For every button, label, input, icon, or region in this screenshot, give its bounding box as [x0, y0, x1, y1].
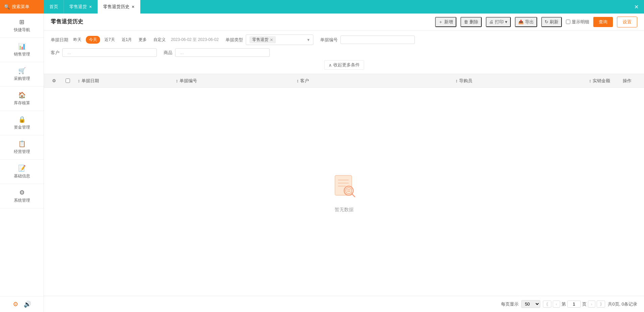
th-action: 操作	[614, 78, 641, 84]
settings-icon: ⚙	[52, 78, 56, 83]
svg-line-6	[352, 194, 355, 197]
finance-icon: 🔒	[18, 116, 26, 123]
sidebar-item-basicinfo-label: 基础信息	[14, 173, 30, 179]
goods-label: 商品	[164, 50, 172, 56]
page-nav: ⟪ ‹ 第 页 › ⟫	[543, 300, 605, 308]
customer-label: 客户	[51, 50, 59, 56]
sidebar-item-operations[interactable]: 📋 经营管理	[0, 135, 44, 160]
th-number-sort: ↕	[176, 78, 178, 83]
tab-retail-return-history[interactable]: 零售退货历史 ✕	[98, 0, 140, 14]
date-1month[interactable]: 近1月	[119, 36, 135, 44]
close-icon: ✕	[634, 4, 639, 10]
customer-dots: ...	[66, 50, 72, 55]
th-number-text: 单据编号	[180, 78, 197, 84]
th-settings[interactable]: ⚙	[47, 78, 61, 83]
page-input[interactable]	[567, 300, 581, 308]
date-yesterday[interactable]: 昨天	[71, 36, 84, 44]
settings-bottom-icon[interactable]: ⚙	[13, 300, 18, 308]
per-page-select[interactable]: 50 100 200	[521, 300, 540, 308]
sidebar-item-finance-label: 资金管理	[14, 125, 30, 130]
th-amount[interactable]: ↕ 实销金额	[573, 78, 614, 84]
page-title: 零售退货历史	[51, 18, 83, 25]
date-filter: 单据日期 昨天 今天 近7天 近1月 更多 自定义 2023-06-02 至 2…	[51, 36, 219, 44]
add-button[interactable]: ＋ 新增	[435, 17, 456, 27]
prev-page-button[interactable]: ‹	[553, 300, 560, 308]
add-label: 新增	[444, 19, 453, 25]
sidebar-item-purchase-label: 采购管理	[14, 76, 30, 82]
delete-button[interactable]: 🗑 删除	[460, 17, 482, 27]
display-toggle: 显示明细	[566, 19, 589, 25]
sidebar-item-basicinfo[interactable]: 📝 基础信息	[0, 160, 44, 184]
refresh-icon: ↻	[545, 19, 548, 24]
sidebar-item-sales-label: 销售管理	[14, 51, 30, 57]
sidebar-item-quicknav-label: 快捷导航	[14, 27, 30, 33]
print-button[interactable]: 🖨 打印 ▾	[486, 17, 511, 27]
bill-type-label: 单据类型	[225, 37, 243, 43]
date-today[interactable]: 今天	[86, 36, 100, 44]
sidebar-item-purchase[interactable]: 🛒 采购管理	[0, 62, 44, 87]
select-all-checkbox[interactable]	[66, 79, 70, 83]
query-button[interactable]: 查询	[593, 17, 613, 27]
search-menu[interactable]: 🔍 搜索菜单	[0, 0, 44, 14]
goods-select[interactable]: ...	[175, 48, 270, 57]
last-page-button[interactable]: ⟫	[597, 300, 605, 308]
collapse-button[interactable]: ∧ 收起更多条件	[324, 60, 364, 70]
total-records: 共0页, 0条记录	[608, 301, 637, 307]
tab-retail-return-label: 零售退货	[69, 4, 87, 10]
display-checkbox[interactable]	[566, 20, 570, 24]
date-filter-label: 单据日期	[51, 37, 68, 43]
bill-type-tag-remove[interactable]: ✕	[270, 38, 273, 42]
refresh-button[interactable]: ↻ 刷新	[541, 17, 562, 27]
th-customer[interactable]: ↕ 客户	[293, 78, 452, 84]
th-guide-sort: ↕	[456, 78, 458, 83]
search-icon: 🔍	[4, 4, 10, 9]
content-area: 零售退货历史 ＋ 新增 🗑 删除 🖨 打印 ▾ 📤 导出	[44, 14, 644, 312]
page-unit: 页	[582, 301, 587, 307]
export-icon: 📤	[518, 19, 524, 24]
th-guide-text: 导购员	[459, 78, 472, 84]
delete-label: 删除	[470, 19, 478, 25]
sidebar-item-quicknav[interactable]: ⊞ 快捷导航	[0, 14, 44, 38]
date-custom[interactable]: 自定义	[151, 36, 168, 44]
basicinfo-icon: 📝	[18, 164, 26, 172]
search-label: 搜索菜单	[12, 4, 29, 10]
th-date-label: ↕	[78, 78, 80, 83]
goods-filter: 商品 ...	[164, 48, 270, 57]
tab-home[interactable]: 首页	[44, 0, 64, 14]
window-close-button[interactable]: ✕	[629, 4, 644, 10]
th-date[interactable]: ↕ 单据日期	[74, 78, 172, 84]
filter-row-2: 客户 ... 商品 ...	[51, 48, 637, 57]
bill-type-tag: 零售退货 ✕	[249, 36, 276, 43]
bill-no-input[interactable]	[340, 36, 415, 44]
date-7days[interactable]: 近7天	[102, 36, 117, 44]
bill-type-select[interactable]: 零售退货 ✕ ▾	[246, 35, 313, 45]
export-button[interactable]: 📤 导出	[515, 17, 537, 27]
tab-retail-return[interactable]: 零售退货 ✕	[64, 0, 98, 14]
volume-icon[interactable]: 🔊	[24, 300, 31, 308]
customer-select[interactable]: ...	[62, 48, 157, 57]
th-checkbox[interactable]	[61, 79, 74, 83]
first-page-button[interactable]: ⟪	[543, 300, 551, 308]
th-guide[interactable]: ↕ 导购员	[452, 78, 573, 84]
tab-retail-return-close[interactable]: ✕	[89, 5, 92, 9]
sidebar-item-inventory[interactable]: 🏠 库存核算	[0, 87, 44, 111]
th-amount-sort: ↕	[589, 78, 592, 83]
sidebar-item-system[interactable]: ⚙ 系统管理	[0, 184, 44, 208]
table-header: ⚙ ↕ 单据日期 ↕ 单据编号 ↕ 客户 ↕	[44, 74, 644, 88]
customer-filter: 客户 ...	[51, 48, 157, 57]
page-header: 零售退货历史 ＋ 新增 🗑 删除 🖨 打印 ▾ 📤 导出	[44, 14, 644, 30]
th-number[interactable]: ↕ 单据编号	[172, 78, 293, 84]
next-page-button[interactable]: ›	[588, 300, 595, 308]
top-bar: 🔍 搜索菜单 首页 零售退货 ✕ 零售退货历史 ✕ ✕	[0, 0, 644, 14]
quicknav-icon: ⊞	[19, 18, 24, 26]
sidebar-item-system-label: 系统管理	[14, 198, 30, 203]
date-more[interactable]: 更多	[136, 36, 149, 44]
sidebar-item-finance[interactable]: 🔒 资金管理	[0, 111, 44, 135]
display-label: 显示明细	[572, 19, 589, 25]
tab-retail-return-history-close[interactable]: ✕	[132, 5, 135, 9]
settings-button[interactable]: 设置	[617, 17, 637, 27]
sidebar-item-sales[interactable]: 📊 销售管理	[0, 38, 44, 62]
page-actions: ＋ 新增 🗑 删除 🖨 打印 ▾ 📤 导出 ↻ 刷	[435, 17, 637, 27]
table-area: ⚙ ↕ 单据日期 ↕ 单据编号 ↕ 客户 ↕	[44, 74, 644, 296]
sidebar: ⊞ 快捷导航 📊 销售管理 🛒 采购管理 🏠 库存核算 🔒 资金管理 📋 经营管…	[0, 14, 44, 312]
